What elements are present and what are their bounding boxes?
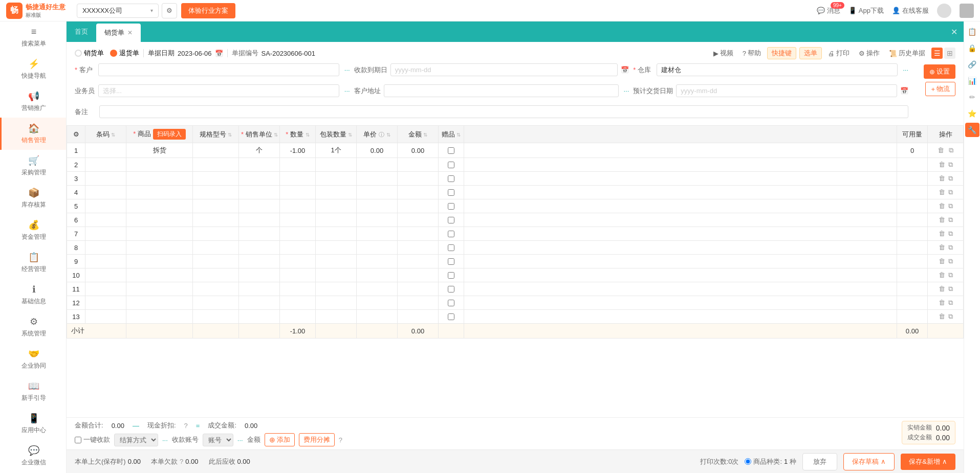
tab-sales-order[interactable]: 销货单 ✕ [96, 24, 141, 42]
right-panel-icon-4[interactable]: ✏ [965, 90, 979, 104]
copy-icon[interactable]: ⧉ [948, 243, 953, 251]
copy-icon[interactable]: ⧉ [948, 271, 953, 279]
video-btn[interactable]: ▶ 视频 [710, 47, 736, 59]
one-click-pay-checkbox[interactable]: 一键收款 [75, 435, 110, 444]
expected-date-input[interactable] [676, 84, 897, 97]
gift-checkbox[interactable] [448, 286, 454, 292]
sidebar-item-wechat[interactable]: 💬 企业微信 [0, 440, 66, 472]
fee-help-icon[interactable]: ? [339, 436, 342, 444]
salesperson-dots-icon[interactable]: ··· [344, 87, 350, 95]
copy-icon[interactable]: ⧉ [948, 285, 953, 292]
delete-icon[interactable]: 🗑 [939, 312, 945, 320]
gift-checkbox[interactable] [448, 217, 454, 223]
sidebar-item-purchase[interactable]: 🛒 采购管理 [0, 150, 66, 182]
user-avatar2[interactable] [960, 4, 974, 18]
add-payment-btn[interactable]: ⊕ 添加 [265, 433, 295, 446]
company-selector[interactable]: XXXXXX公司 ▾ [77, 4, 159, 18]
copy-icon[interactable]: ⧉ [948, 161, 953, 168]
expected-calendar-icon[interactable]: 📅 [900, 87, 908, 95]
bill-debit-info[interactable]: ? [180, 458, 183, 465]
online-service-btn[interactable]: 👤 在线客服 [892, 6, 929, 15]
list-view-btn[interactable]: ☰ [931, 48, 943, 59]
delete-icon[interactable]: 🗑 [939, 161, 945, 168]
customer-input[interactable] [98, 63, 339, 76]
delete-icon[interactable]: 🗑 [939, 271, 945, 279]
delete-icon[interactable]: 🗑 [939, 243, 945, 251]
logistics-btn[interactable]: + 物流 [925, 82, 955, 96]
tab-close-all-icon[interactable]: ✕ [951, 27, 957, 37]
app-download-btn[interactable]: 📱 App下载 [848, 6, 884, 15]
row-barcode[interactable] [85, 143, 126, 158]
help-btn[interactable]: ? 帮助 [739, 47, 764, 59]
print-btn[interactable]: 🖨 打印 [825, 47, 853, 59]
gift-checkbox[interactable] [448, 244, 454, 251]
payment-calendar-icon[interactable]: 📅 [621, 66, 629, 74]
warehouse-input[interactable] [657, 63, 898, 76]
date-calendar-icon[interactable]: 📅 [215, 50, 223, 57]
messages-btn[interactable]: 💬 消息 99+ [817, 6, 840, 15]
grid-view-btn[interactable]: ⊞ [944, 48, 955, 59]
user-avatar[interactable] [937, 4, 951, 18]
sidebar-item-finance[interactable]: 💰 资金管理 [0, 214, 66, 246]
barcode-input[interactable] [88, 147, 124, 154]
notes-input[interactable] [99, 105, 908, 118]
copy-icon[interactable]: ⧉ [948, 202, 953, 210]
sidebar-item-appstore[interactable]: 📱 应用中心 [0, 408, 66, 440]
goods-type-radio[interactable] [745, 458, 751, 465]
sidebar-item-guide[interactable]: 📖 新手引导 [0, 375, 66, 408]
select-btn[interactable]: 选单 [799, 47, 822, 59]
customer-addr-input[interactable] [384, 84, 619, 97]
right-panel-icon-1[interactable]: 🔒 [965, 41, 979, 55]
save-new-button[interactable]: 保存&新增 ∧ [901, 454, 955, 470]
fee-split-btn[interactable]: 费用分摊 [299, 433, 335, 446]
sidebar-item-ops[interactable]: 📋 经营管理 [0, 246, 66, 279]
payment-due-input[interactable] [390, 63, 618, 76]
delete-icon[interactable]: 🗑 [939, 174, 945, 182]
warehouse-dots-icon[interactable]: ··· [903, 66, 908, 74]
scan-btn[interactable]: 扫码录入 [153, 129, 186, 140]
cash-discount-info[interactable]: ? [184, 422, 188, 430]
experience-button[interactable]: 体验行业方案 [181, 3, 235, 18]
account-dots[interactable]: ··· [237, 436, 243, 444]
customer-dots-icon[interactable]: ··· [344, 66, 350, 74]
right-panel-icon-3[interactable]: 📊 [965, 74, 979, 88]
col-settings-icon[interactable]: ⚙ [67, 126, 85, 143]
settlement-dots[interactable]: ··· [162, 436, 168, 444]
radio-return[interactable]: 退货单 [110, 49, 139, 58]
ops-btn[interactable]: ⚙ 操作 [856, 47, 883, 59]
right-panel-icon-0[interactable]: 📋 [965, 25, 979, 39]
gift-checkbox[interactable] [448, 203, 454, 210]
copy-icon[interactable]: ⧉ [948, 230, 953, 237]
delete-icon[interactable]: 🗑 [939, 230, 945, 237]
history-btn[interactable]: 📜 历史单据 [886, 47, 928, 59]
sidebar-item-search[interactable]: ≡ 搜索菜单 [0, 21, 66, 53]
gift-checkbox[interactable] [448, 258, 454, 265]
gift-checkbox[interactable] [448, 147, 454, 154]
settings-action-btn[interactable]: ⊕ 设置 [924, 64, 955, 79]
tab-close-icon[interactable]: ✕ [127, 29, 133, 36]
right-panel-icon-5[interactable]: ⭐ [965, 106, 979, 121]
gift-checkbox[interactable] [448, 231, 454, 237]
delete-icon[interactable]: 🗑 [939, 285, 945, 292]
copy-icon[interactable]: ⧉ [948, 257, 953, 265]
price-info-icon[interactable]: ⓘ [379, 131, 384, 138]
right-panel-icon-2[interactable]: 🔗 [965, 57, 979, 72]
sidebar-item-system[interactable]: ⚙ 系统管理 [0, 311, 66, 343]
gift-checkbox[interactable] [448, 272, 454, 279]
sidebar-item-collab[interactable]: 🤝 企业协同 [0, 343, 66, 375]
copy-icon[interactable]: ⧉ [948, 188, 953, 196]
save-draft-button[interactable]: 保存草稿 ∧ [843, 453, 895, 470]
abandon-button[interactable]: 放弃 [802, 453, 837, 470]
copy-icon[interactable]: ⧉ [949, 146, 953, 154]
settings-btn[interactable]: ⚙ [162, 3, 177, 18]
copy-icon[interactable]: ⧉ [948, 216, 953, 223]
right-panel-icon-6[interactable]: 🔧 [965, 123, 979, 137]
delete-icon[interactable]: 🗑 [939, 257, 945, 265]
delete-icon[interactable]: 🗑 [939, 188, 945, 196]
gift-checkbox[interactable] [448, 189, 454, 196]
tab-home[interactable]: 首页 [67, 21, 96, 42]
addr-dots-icon[interactable]: ··· [624, 87, 629, 95]
copy-icon[interactable]: ⧉ [948, 312, 953, 320]
sidebar-item-inventory[interactable]: 📦 库存核算 [0, 182, 66, 214]
sidebar-item-sales[interactable]: 🏠 销售管理 [0, 118, 66, 150]
